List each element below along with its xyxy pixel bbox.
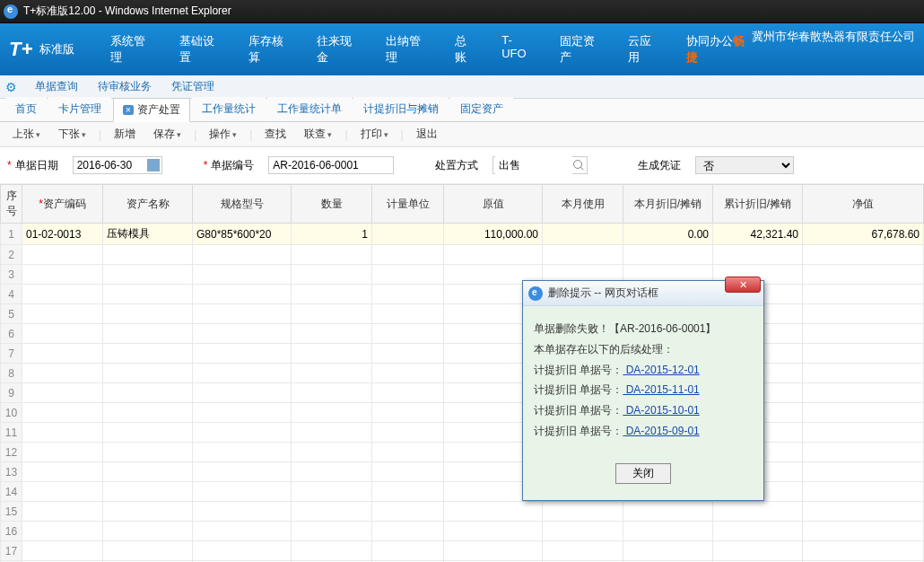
table-row[interactable]: 3 — [1, 265, 924, 285]
main-nav: 系统管理基础设置库存核算往来现金出纳管理总账T-UFO固定资产云应用协同办公畅捷 — [110, 33, 752, 66]
dialog-close-x[interactable]: ✕ — [725, 277, 761, 293]
method-label: 处置方式 — [435, 158, 478, 173]
nav-T-UFO[interactable]: T-UFO — [501, 33, 535, 66]
next-button[interactable]: 下张 ▾ — [51, 124, 93, 145]
nav-总账[interactable]: 总账 — [455, 33, 476, 66]
save-button[interactable]: 保存 ▾ — [146, 124, 188, 145]
close-icon[interactable]: × — [123, 105, 134, 115]
col-规格型号: 规格型号 — [193, 185, 292, 224]
table-row[interactable]: 101-02-0013压铸模具G80*85*600*201110,000.000… — [1, 224, 924, 245]
dialog-entry: 计提折旧 单据号： DA-2015-10-01 — [534, 400, 753, 421]
voucher-select[interactable]: 否 — [695, 156, 794, 174]
col-本月使用: 本月使用 — [543, 185, 623, 224]
dialog-body: 单据删除失败！【AR-2016-06-0001】 本单据存在以下的后续处理： 计… — [523, 306, 763, 454]
tab-资产处置[interactable]: ×资产处置 — [113, 98, 190, 122]
dialog-entry: 计提折旧 单据号： DA-2015-11-01 — [534, 380, 753, 400]
find-button[interactable]: 查找 — [257, 124, 293, 145]
tab-卡片管理[interactable]: 卡片管理 — [48, 97, 111, 121]
col-原值: 原值 — [444, 185, 543, 224]
dialog-entry: 计提折旧 单据号： DA-2015-12-01 — [534, 360, 753, 381]
calendar-icon[interactable] — [147, 159, 160, 171]
search-icon[interactable] — [572, 159, 585, 171]
link-button[interactable]: 联查 ▾ — [297, 124, 339, 145]
table-row[interactable]: 6 — [1, 324, 924, 344]
exit-button[interactable]: 退出 — [409, 124, 445, 145]
form-row: *单据日期 *单据编号 处置方式 生成凭证 否 — [0, 147, 924, 184]
sub-toolbar: ⚙ 单据查询待审核业务凭证管理 — [0, 75, 924, 99]
table-row[interactable]: 14 — [1, 482, 924, 502]
col-计量单位: 计量单位 — [372, 185, 444, 224]
nav-库存核算[interactable]: 库存核算 — [248, 33, 292, 66]
col-资产编码: *资产编码 — [22, 185, 103, 224]
related-doc-link[interactable]: DA-2015-09-01 — [623, 425, 699, 437]
app-logo: T+ — [9, 38, 32, 61]
sub-待审核业务[interactable]: 待审核业务 — [98, 80, 152, 92]
sub-凭证管理[interactable]: 凭证管理 — [171, 80, 214, 92]
col-本月折旧/摊销: 本月折旧/摊销 — [623, 185, 713, 224]
dialog-msg1: 单据删除失败！【AR-2016-06-0001】 — [534, 319, 753, 339]
data-grid: 序号*资产编码资产名称规格型号数量计量单位原值本月使用本月折旧/摊销累计折旧/摊… — [0, 184, 924, 562]
sub-单据查询[interactable]: 单据查询 — [35, 80, 78, 92]
window-title: T+标准版12.00 - Windows Internet Explorer — [23, 4, 231, 19]
date-label: *单据日期 — [7, 158, 58, 173]
delete-dialog: ✕ 删除提示 -- 网页对话框 单据删除失败！【AR-2016-06-0001】… — [522, 280, 764, 501]
tab-工作量统计[interactable]: 工作量统计 — [192, 97, 266, 121]
related-doc-link[interactable]: DA-2015-10-01 — [623, 404, 699, 417]
dialog-msg2: 本单据存在以下的后续处理： — [534, 339, 753, 360]
tab-计提折旧与摊销[interactable]: 计提折旧与摊销 — [353, 97, 449, 121]
table-row[interactable]: 7 — [1, 344, 924, 364]
method-input[interactable] — [495, 156, 572, 174]
company-name: 冀州市华春散热器有限责任公司 — [752, 29, 915, 45]
nav-出纳管理[interactable]: 出纳管理 — [386, 33, 430, 66]
operate-button[interactable]: 操作 ▾ — [202, 124, 244, 145]
window-titlebar: T+标准版12.00 - Windows Internet Explorer — [0, 0, 924, 23]
tab-首页[interactable]: 首页 — [5, 97, 47, 121]
nav-往来现金[interactable]: 往来现金 — [317, 33, 361, 66]
table-row[interactable]: 9 — [1, 383, 924, 403]
table-row[interactable]: 11 — [1, 423, 924, 443]
col-序号: 序号 — [1, 185, 22, 224]
table-row[interactable]: 15 — [1, 502, 924, 522]
voucher-label: 生成凭证 — [638, 158, 681, 173]
prev-button[interactable]: 上张 ▾ — [5, 124, 48, 145]
related-doc-link[interactable]: DA-2015-11-01 — [623, 383, 699, 396]
new-button[interactable]: 新增 — [107, 124, 143, 145]
col-数量: 数量 — [292, 185, 372, 224]
table-row[interactable]: 10 — [1, 403, 924, 423]
app-edition: 标准版 — [39, 41, 74, 57]
col-资产名称: 资产名称 — [103, 185, 193, 224]
table-row[interactable]: 16 — [1, 522, 924, 541]
col-累计折旧/摊销: 累计折旧/摊销 — [713, 185, 803, 224]
ie-icon — [4, 4, 18, 19]
nav-系统管理[interactable]: 系统管理 — [110, 33, 154, 66]
nav-协同办公[interactable]: 协同办公畅捷 — [686, 33, 752, 66]
col-净值: 净值 — [803, 185, 924, 224]
table-row[interactable]: 4 — [1, 285, 924, 304]
tab-固定资产[interactable]: 固定资产 — [450, 97, 513, 121]
table-row[interactable]: 2 — [1, 245, 924, 265]
ie-icon — [528, 286, 543, 301]
app-header: T+ 标准版 系统管理基础设置库存核算往来现金出纳管理总账T-UFO固定资产云应… — [0, 23, 924, 75]
nav-基础设置[interactable]: 基础设置 — [179, 33, 223, 66]
dialog-entry: 计提折旧 单据号： DA-2015-09-01 — [534, 421, 753, 442]
tab-工作量统计单[interactable]: 工作量统计单 — [267, 97, 352, 121]
nav-固定资产[interactable]: 固定资产 — [560, 33, 604, 66]
no-label: *单据编号 — [204, 158, 255, 173]
table-row[interactable]: 17 — [1, 541, 924, 561]
table-row[interactable]: 5 — [1, 304, 924, 324]
action-toolbar: 上张 ▾ 下张 ▾ | 新增 保存 ▾ | 操作 ▾ | 查找 联查 ▾ | 打… — [0, 122, 924, 147]
gear-icon[interactable]: ⚙ — [5, 80, 17, 94]
table-row[interactable]: 12 — [1, 443, 924, 462]
no-input[interactable] — [268, 156, 394, 174]
table-row[interactable]: 8 — [1, 364, 924, 383]
dialog-close-button[interactable]: 关闭 — [615, 463, 671, 484]
table-row[interactable]: 13 — [1, 462, 924, 482]
print-button[interactable]: 打印 ▾ — [353, 124, 396, 145]
tab-strip: 首页卡片管理×资产处置工作量统计工作量统计单计提折旧与摊销固定资产 — [0, 99, 924, 122]
nav-云应用[interactable]: 云应用 — [628, 33, 661, 66]
related-doc-link[interactable]: DA-2015-12-01 — [623, 364, 699, 376]
